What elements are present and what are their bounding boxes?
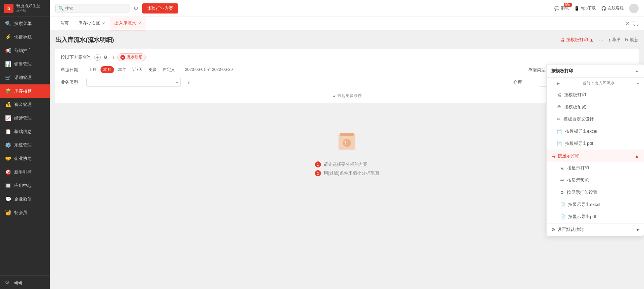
dropdown-display-print[interactable]: 🖨按显示打印 (547, 162, 644, 174)
filter-tag[interactable]: ● 流水明细 (117, 53, 146, 61)
sidebar-settings-icon[interactable]: ⚙ (5, 279, 9, 286)
close-button[interactable]: ✕ (625, 20, 630, 27)
date-tab-近7天[interactable]: 近7天 (130, 66, 145, 73)
business-type-select[interactable] (86, 78, 181, 87)
date-tab-上月[interactable]: 上月 (86, 66, 98, 73)
content-area: 出入库流水(流水明细) 🖨 按模板打印 ▲ ··· ↑ 导出 ↻ 刷新 (50, 30, 644, 289)
sidebar-icon-member: 👑 (5, 209, 11, 216)
sidebar-item-purchase[interactable]: 🛒采购管理 (0, 71, 50, 84)
dropdown-template-custom[interactable]: ✏模板自定义设计 (547, 113, 644, 125)
sidebar-label-search: 搜索菜单 (14, 21, 32, 27)
sidebar-label-wechat: 企业微信 (14, 196, 32, 202)
display-preview-icon: 👁 (560, 178, 564, 183)
filter-collapse-icon[interactable]: 《 (110, 54, 115, 60)
sidebar-item-finance[interactable]: 💰资金管理 (0, 98, 50, 111)
dropdown-footer[interactable]: ⚙ 设置默认功能 ▾ (547, 223, 644, 236)
sidebar-item-system[interactable]: ⚙️系统管理 (0, 138, 50, 152)
template-print-icon: 🖨 (557, 92, 561, 98)
dropdown-template-preview[interactable]: 👁按模板预览 (547, 101, 644, 113)
display-print-icon: 🖨 (560, 166, 564, 171)
sidebar-icon-app-center: 🔲 (5, 182, 11, 189)
sidebar-bottom: ⚙ ◀◀ (0, 275, 50, 289)
date-tab-更多[interactable]: 更多 (147, 66, 159, 73)
dropdown-header[interactable]: 按模板打印 ▲ (547, 64, 644, 78)
online-service-button[interactable]: 🎧 在线客服 (601, 5, 624, 11)
tab-bar: 首页库存批次账 ×出入库流水 × ✕ ⛶ (50, 17, 644, 30)
empty-step-1: 1 请先选择要分析的方案 (315, 161, 379, 167)
app-logo-icon: b (4, 4, 13, 13)
template-custom-icon: ✏ (557, 116, 561, 122)
sidebar-item-collab[interactable]: 🤝企业协同 (0, 152, 50, 165)
tab-home[interactable]: 首页 (55, 17, 74, 30)
tab-flow[interactable]: 出入库流水 × (110, 17, 146, 30)
export-button[interactable]: ↑ 导出 (609, 37, 621, 43)
sidebar-item-wechat[interactable]: 💬企业微信 (0, 192, 50, 206)
dropdown-display-export-excel[interactable]: 📄按显示导出excel (547, 199, 644, 211)
sidebar-label-sales: 销售管理 (14, 61, 32, 67)
sidebar-item-operations[interactable]: 📈经营管理 (0, 111, 50, 125)
empty-icon: ! (333, 128, 360, 155)
dropdown-display-preview[interactable]: 👁按显示预览 (547, 174, 644, 186)
more-options-icon[interactable]: ··· (598, 37, 605, 43)
sidebar-icon-operations: 📈 (5, 115, 11, 122)
sidebar-item-guide[interactable]: 🎯新手引导 (0, 165, 50, 179)
sidebar-icon-sales: 📊 (5, 61, 11, 68)
sidebar-item-quick-nav[interactable]: ⚡快捷导航 (0, 30, 50, 44)
avatar[interactable] (629, 4, 639, 13)
maximize-button[interactable]: ⛶ (633, 21, 639, 27)
refresh-button[interactable]: ↻ 刷新 (625, 37, 639, 43)
business-type-wrap (86, 78, 181, 87)
sidebar-item-member[interactable]: 👑畅会员 (0, 206, 50, 219)
sidebar-icon-marketing: 📢 (5, 47, 11, 54)
empty-step-2: 2 用[过滤]条件来缩小分析范围 (315, 170, 379, 176)
sidebar-icon-system: ⚙️ (5, 142, 11, 149)
filter-add-button[interactable]: + (94, 54, 101, 61)
tab-batch[interactable]: 库存批次账 × (74, 17, 110, 30)
search-icon: 🔍 (58, 6, 64, 11)
chevron-up-icon: ▲ (332, 94, 336, 98)
app-download-button[interactable]: 📱 App下载 (574, 5, 596, 11)
sidebar-item-sales[interactable]: 📊销售管理 (0, 57, 50, 71)
date-tab-本年[interactable]: 本年 (116, 66, 128, 73)
sidebar-item-basic[interactable]: 📋基础信息 (0, 125, 50, 138)
dropdown-template-export-excel[interactable]: 📄按模板导出excel (547, 125, 644, 137)
sidebar-item-search[interactable]: 🔍搜索菜单 (0, 17, 50, 30)
dropdown-display-settings[interactable]: ⚙按显示打印设置 (547, 186, 644, 199)
trial-button[interactable]: 体验行业方案 (142, 3, 178, 14)
settings-default-icon: ⚙ (551, 227, 555, 232)
dropdown-display-export-pdf[interactable]: 📄按显示导出pdf (547, 211, 644, 223)
sidebar-logo: b 畅捷通好生意 标准版 (0, 0, 50, 17)
search-input[interactable] (65, 6, 126, 11)
dropdown-display-section[interactable]: 🖨 按显示打印 ▲ (547, 150, 644, 162)
dropdown-template-export-pdf[interactable]: 📄按模板导出pdf (547, 137, 644, 150)
sidebar-label-finance: 资金管理 (14, 102, 32, 108)
tab-close-flow[interactable]: × (138, 21, 141, 26)
sidebar-item-app-center[interactable]: 🔲应用中心 (0, 179, 50, 192)
search-box[interactable]: 🔍 (55, 4, 129, 12)
date-tab-本月[interactable]: 本月 (100, 66, 114, 73)
topbar: 🔍 ⚙ 体验行业方案 💬 消息 99+ 📱 App下载 🎧 在线客服 (50, 0, 644, 17)
sidebar-item-inventory[interactable]: 📦库存核算 (0, 84, 50, 98)
topbar-search: 🔍 (55, 4, 129, 12)
date-tab-自定义[interactable]: 自定义 (161, 66, 177, 73)
template-export-pdf-icon: 📄 (557, 141, 562, 146)
collapse-button[interactable]: ▲ 收起更多条件 (332, 93, 362, 99)
sidebar-label-member: 畅会员 (14, 210, 27, 216)
sidebar-item-marketing[interactable]: 📢营销推广 (0, 44, 50, 57)
dropdown-template-print[interactable]: 🖨按模板打印 (547, 89, 644, 101)
tab-close-batch[interactable]: × (102, 21, 105, 26)
sidebar-label-purchase: 采购管理 (14, 75, 32, 81)
filter-settings-icon[interactable]: ⚙ (104, 55, 108, 60)
message-button[interactable]: 💬 消息 99+ (554, 5, 569, 11)
sidebar-icon-basic: 📋 (5, 128, 11, 135)
settings-icon[interactable]: ⚙ (134, 5, 138, 11)
filter-header: 按以下方案查询 + ⚙ 《 ● 流水明细 (61, 53, 633, 61)
template-print-button[interactable]: 🖨 按模板打印 ▲ (560, 37, 594, 43)
message-icon: 💬 (554, 6, 559, 11)
sidebar-label-system: 系统管理 (14, 142, 32, 148)
template-preview-icon: 👁 (557, 104, 561, 110)
sidebar-label-app-center: 应用中心 (14, 183, 32, 189)
tag-icon: ● (120, 55, 125, 60)
sidebar-collapse-icon[interactable]: ◀◀ (13, 279, 22, 286)
sidebar-label-basic: 基础信息 (14, 129, 32, 135)
